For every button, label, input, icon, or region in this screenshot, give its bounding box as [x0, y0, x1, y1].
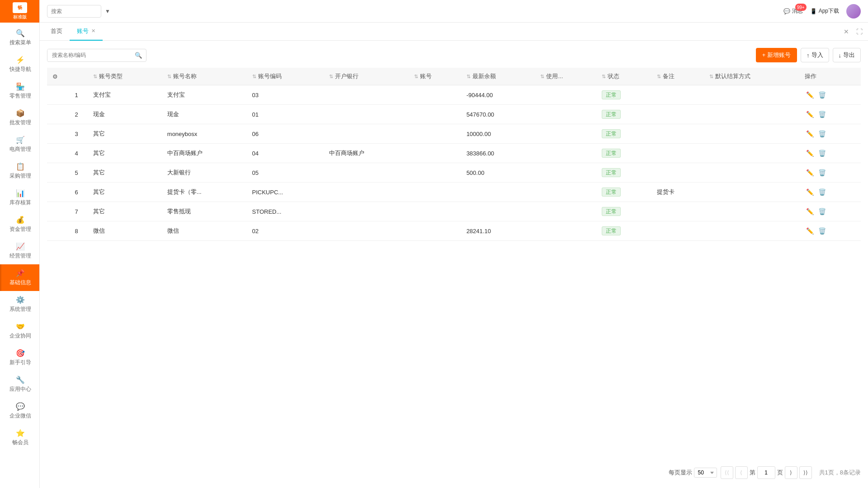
- sidebar-item-vip-member[interactable]: ⭐畅会员: [0, 424, 39, 451]
- row-usage-6: [535, 202, 596, 221]
- row-account-type-3: 其它: [88, 144, 162, 163]
- export-button[interactable]: ↓ 导出: [833, 48, 861, 62]
- th-settings[interactable]: ⚙: [47, 68, 65, 85]
- row-action-5: ✏️ 🗑️: [799, 183, 861, 202]
- delete-button-3[interactable]: 🗑️: [817, 148, 827, 158]
- page-unit: 页: [777, 469, 783, 477]
- topbar-search-input[interactable]: [47, 5, 101, 18]
- user-avatar[interactable]: [846, 4, 861, 19]
- sidebar-item-ecommerce-mgmt[interactable]: 🛒电商管理: [0, 131, 39, 158]
- row-account-code-2: 06: [247, 124, 324, 144]
- row-usage-2: [535, 124, 596, 144]
- sidebar-item-system-mgmt[interactable]: ⚙️系统管理: [0, 291, 39, 318]
- status-badge: 正常: [602, 129, 621, 138]
- status-badge: 正常: [602, 90, 621, 99]
- tab-close-all-icon[interactable]: ✕: [842, 26, 851, 37]
- row-status-5: 正常: [596, 183, 651, 202]
- th-account-name[interactable]: 账号名称: [162, 68, 247, 85]
- topbar-left: ▼: [47, 5, 110, 18]
- row-settings-7: [47, 221, 65, 241]
- edit-button-0[interactable]: ✏️: [805, 90, 815, 100]
- row-bank-2: [324, 124, 409, 144]
- page-first-button[interactable]: ⟨⟨: [721, 466, 733, 479]
- row-bank-0: [324, 85, 409, 105]
- page-size-dropdown[interactable]: 50 10 20 100: [694, 468, 717, 478]
- sidebar-item-quick-nav[interactable]: ⚡快捷导航: [0, 51, 39, 78]
- row-account-code-0: 03: [247, 85, 324, 105]
- edit-button-3[interactable]: ✏️: [805, 148, 815, 158]
- th-bank[interactable]: 开户银行: [324, 68, 409, 85]
- search-button[interactable]: 🔍: [131, 49, 146, 61]
- delete-button-4[interactable]: 🗑️: [817, 168, 827, 178]
- app-download-button[interactable]: 📱 App下载: [810, 7, 839, 15]
- edit-button-5[interactable]: ✏️: [805, 187, 815, 197]
- row-balance-6: [461, 202, 535, 221]
- row-default-settlement-7: [704, 221, 800, 241]
- page-input[interactable]: [757, 466, 775, 479]
- th-balance[interactable]: 最新余额: [461, 68, 535, 85]
- sidebar-item-enterprise-wechat[interactable]: 💬企业微信: [0, 398, 39, 424]
- sidebar-item-basic-info[interactable]: 📌基础信息: [0, 264, 39, 291]
- delete-button-6[interactable]: 🗑️: [817, 206, 827, 216]
- table-row: 2 现金 现金 01 547670.00 正常 ✏️ 🗑️: [47, 105, 861, 124]
- import-label: 导入: [811, 51, 823, 59]
- app-logo: 畅 标准版: [0, 0, 39, 23]
- status-badge: 正常: [602, 207, 621, 216]
- export-label: 导出: [843, 51, 855, 59]
- th-account-code[interactable]: 账号编码: [247, 68, 324, 85]
- row-account-no-6: [409, 202, 461, 221]
- th-account-no[interactable]: 账号: [409, 68, 461, 85]
- row-usage-3: [535, 144, 596, 163]
- delete-button-0[interactable]: 🗑️: [817, 90, 827, 100]
- row-action-0: ✏️ 🗑️: [799, 85, 861, 105]
- edit-button-1[interactable]: ✏️: [805, 109, 815, 119]
- sidebar-item-search-menu[interactable]: 🔍搜索菜单: [0, 24, 39, 51]
- row-num-7: 8: [65, 221, 88, 241]
- row-settings-4: [47, 163, 65, 183]
- tab-home[interactable]: 首页: [43, 23, 70, 41]
- sidebar-icon-vip-member: ⭐: [16, 429, 25, 437]
- sidebar-item-inventory[interactable]: 📊库存核算: [0, 184, 39, 211]
- th-account-type[interactable]: 账号类型: [88, 68, 162, 85]
- sidebar-item-retail-mgmt[interactable]: 🏪零售管理: [0, 78, 39, 104]
- th-remark[interactable]: 备注: [651, 68, 704, 85]
- tab-account-close[interactable]: ✕: [91, 28, 95, 34]
- delete-button-7[interactable]: 🗑️: [817, 226, 827, 236]
- sidebar-item-new-guide[interactable]: 🎯新手引导: [0, 344, 39, 371]
- th-status[interactable]: 状态: [596, 68, 651, 85]
- sidebar-item-app-center[interactable]: 🔧应用中心: [0, 371, 39, 398]
- tab-account-label: 账号: [77, 27, 89, 35]
- sidebar-item-finance-mgmt[interactable]: 💰资金管理: [0, 211, 39, 238]
- row-remark-5: 提货卡: [651, 183, 704, 202]
- message-button[interactable]: 💬 消息 99+: [783, 7, 803, 15]
- page-next-button[interactable]: ⟩: [785, 466, 797, 479]
- row-status-0: 正常: [596, 85, 651, 105]
- sidebar-item-enterprise-agreement[interactable]: 🤝企业协同: [0, 318, 39, 344]
- page-last-button[interactable]: ⟩⟩: [799, 466, 812, 479]
- row-usage-7: [535, 221, 596, 241]
- sidebar-item-operations-mgmt[interactable]: 📈经营管理: [0, 238, 39, 264]
- import-button[interactable]: ↑ 导入: [801, 48, 829, 62]
- delete-button-1[interactable]: 🗑️: [817, 109, 827, 119]
- download-icon: 📱: [810, 8, 817, 14]
- search-input[interactable]: [47, 49, 131, 61]
- sidebar-item-purchase-mgmt[interactable]: 📋采购管理: [0, 158, 39, 184]
- delete-button-5[interactable]: 🗑️: [817, 187, 827, 197]
- row-bank-5: [324, 183, 409, 202]
- th-default-settlement[interactable]: 默认结算方式: [704, 68, 800, 85]
- add-account-button[interactable]: + 新增账号: [756, 48, 797, 62]
- sidebar-item-wholesale-mgmt[interactable]: 📦批发管理: [0, 104, 39, 131]
- edit-button-4[interactable]: ✏️: [805, 168, 815, 178]
- row-num-4: 5: [65, 163, 88, 183]
- edit-button-6[interactable]: ✏️: [805, 206, 815, 216]
- tab-account[interactable]: 账号 ✕: [70, 23, 103, 41]
- page-prev-button[interactable]: ⟨: [735, 466, 748, 479]
- delete-button-2[interactable]: 🗑️: [817, 129, 827, 139]
- tab-fullscreen-icon[interactable]: ⛶: [854, 26, 864, 37]
- table-body: 1 支付宝 支付宝 03 -90444.00 正常 ✏️ 🗑️ 2 现金 现金 …: [47, 85, 861, 241]
- edit-button-2[interactable]: ✏️: [805, 129, 815, 139]
- row-status-4: 正常: [596, 163, 651, 183]
- topbar-dropdown[interactable]: ▼: [105, 8, 110, 14]
- edit-button-7[interactable]: ✏️: [805, 226, 815, 236]
- th-usage[interactable]: 使用...: [535, 68, 596, 85]
